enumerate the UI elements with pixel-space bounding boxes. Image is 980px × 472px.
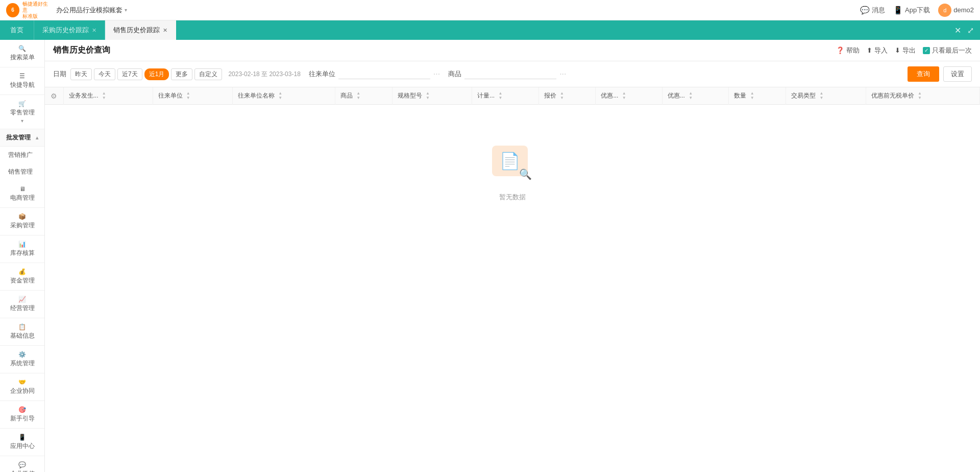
- logo-text: 畅捷通好生意 标准版: [22, 1, 51, 19]
- sort-icon[interactable]: ▲▼: [820, 91, 824, 100]
- partner-dots-btn[interactable]: ···: [433, 69, 440, 79]
- top-bar: 6 畅捷通好生意 标准版 办公用品行业模拟账套 ▾ 💬 消息 📱 App下载 d…: [0, 0, 980, 20]
- import-button[interactable]: ⬆ 导入: [867, 46, 888, 55]
- th-partner-code: 往来单位 ▲▼: [153, 87, 232, 105]
- ecommerce-icon: 🖥: [19, 185, 26, 193]
- tab-home[interactable]: 首页: [0, 20, 34, 40]
- help-button[interactable]: ❓ 帮助: [836, 46, 860, 55]
- operations-icon: 📈: [18, 296, 26, 303]
- sort-icon[interactable]: ▲▼: [426, 91, 430, 100]
- th-quote: 报价 ▲▼: [538, 87, 596, 105]
- date-custom-btn[interactable]: 自定义: [194, 68, 222, 80]
- sidebar-item-finance[interactable]: 💰 资金管理: [0, 263, 44, 291]
- query-button[interactable]: 查询: [908, 66, 939, 82]
- partner-input[interactable]: [338, 69, 430, 79]
- goods-filter-group: 商品 ···: [448, 69, 566, 79]
- wechat-icon: 💬: [18, 461, 26, 468]
- date-today-btn[interactable]: 今天: [94, 68, 115, 80]
- tab-close-sales[interactable]: ✕: [163, 27, 167, 34]
- table-container: ⚙ 业务发生... ▲▼ 往来单位 ▲▼ 往来单位名称: [45, 87, 980, 472]
- date-last1month-btn[interactable]: 近1月: [144, 68, 169, 80]
- empty-illustration: 📄 🔍: [492, 146, 533, 186]
- sort-icon[interactable]: ▲▼: [560, 91, 564, 100]
- sidebar-item-wholesale[interactable]: 批发管理 ▴: [0, 129, 44, 147]
- page-title: 销售历史价查询: [53, 45, 110, 56]
- chevron-down-icon: ▾: [21, 118, 23, 124]
- export-button[interactable]: ⬇ 导出: [895, 46, 916, 55]
- sidebar-item-app-center[interactable]: 📱 应用中心: [0, 429, 44, 456]
- th-partner-name: 往来单位名称 ▲▼: [232, 87, 335, 105]
- search-icon: 🔍: [18, 45, 26, 52]
- tab-close-purchase[interactable]: ✕: [92, 27, 96, 34]
- th-goods: 商品 ▲▼: [335, 87, 392, 105]
- tab-bar-actions: ✕ ⤢: [948, 20, 980, 40]
- sort-icon[interactable]: ▲▼: [622, 91, 626, 100]
- sidebar-item-retail[interactable]: 🛒 零售管理 ▾: [0, 95, 44, 129]
- sidebar-item-sales-mgmt[interactable]: 销售管理: [0, 163, 44, 180]
- date-more-btn[interactable]: 更多: [171, 68, 192, 80]
- sidebar-item-operations[interactable]: 📈 经营管理: [0, 291, 44, 318]
- content-area: 销售历史价查询 ❓ 帮助 ⬆ 导入 ⬇ 导出: [45, 40, 980, 472]
- th-spec: 规格型号 ▲▼: [392, 87, 472, 105]
- maximize-icon[interactable]: ⤢: [967, 26, 974, 35]
- close-all-icon[interactable]: ✕: [954, 26, 961, 35]
- main-layout: 🔍 搜索菜单 ☰ 快捷导航 🛒 零售管理 ▾ 批发管理 ▴ 营销推广 销售管理 …: [0, 40, 980, 472]
- sidebar-item-quick-nav[interactable]: ☰ 快捷导航: [0, 67, 44, 95]
- date-filter-group: 日期 昨天 今天 近7天 近1月 更多 自定义 2023-02-18 至 202…: [53, 68, 301, 80]
- sidebar-item-system[interactable]: ⚙️ 系统管理: [0, 346, 44, 373]
- avatar: d: [938, 4, 951, 17]
- sort-icon[interactable]: ▲▼: [918, 91, 922, 100]
- user-menu-button[interactable]: d demo2: [938, 4, 974, 17]
- newbie-icon: 🎯: [18, 406, 26, 413]
- inventory-icon: 📊: [18, 241, 26, 248]
- date-label: 日期: [53, 69, 66, 79]
- sidebar-item-newbie[interactable]: 🎯 新手引导: [0, 401, 44, 429]
- sidebar-item-inventory[interactable]: 📊 库存核算: [0, 235, 44, 263]
- only-last-checkbox-label[interactable]: ✓ 只看最后一次: [923, 46, 972, 55]
- empty-text: 暂无数据: [499, 193, 526, 202]
- only-last-checkbox[interactable]: ✓: [923, 47, 930, 54]
- page-title-row: 销售历史价查询 ❓ 帮助 ⬆ 导入 ⬇ 导出: [53, 45, 972, 56]
- filter-actions: 查询 设置: [908, 66, 972, 82]
- app-selector[interactable]: 办公用品行业模拟账套 ▾: [56, 6, 855, 15]
- app-download-button[interactable]: 📱 App下载: [893, 6, 930, 15]
- empty-state-row: 📄 🔍 暂无数据: [45, 105, 980, 243]
- sidebar-item-ecommerce[interactable]: 🖥 电商管理: [0, 180, 44, 208]
- sidebar-item-search-menu[interactable]: 🔍 搜索菜单: [0, 40, 44, 67]
- empty-state: 📄 🔍 暂无数据: [45, 105, 980, 243]
- message-button[interactable]: 💬 消息: [860, 6, 885, 15]
- data-table: ⚙ 业务发生... ▲▼ 往来单位 ▲▼ 往来单位名称: [45, 87, 980, 243]
- date-yesterday-btn[interactable]: 昨天: [70, 68, 92, 80]
- sidebar-item-marketing[interactable]: 营销推广: [0, 147, 44, 163]
- sort-icon[interactable]: ▲▼: [356, 91, 360, 100]
- tab-sales-history[interactable]: 销售历史价跟踪 ✕: [105, 20, 176, 40]
- tab-purchase-history[interactable]: 采购历史价跟踪 ✕: [34, 20, 105, 40]
- sort-icon[interactable]: ▲▼: [102, 91, 106, 100]
- magnifier-icon: 🔍: [519, 168, 532, 180]
- sort-icon[interactable]: ▲▼: [499, 91, 503, 100]
- top-bar-right: 💬 消息 📱 App下载 d demo2: [860, 4, 974, 17]
- sort-icon[interactable]: ▲▼: [186, 91, 190, 100]
- sidebar-item-enterprise[interactable]: 🤝 企业协同: [0, 373, 44, 401]
- date-last7days-btn[interactable]: 近7天: [117, 68, 142, 80]
- nav-icon: ☰: [19, 73, 25, 80]
- sort-icon[interactable]: ▲▼: [689, 91, 693, 100]
- retail-icon: 🛒: [18, 100, 26, 107]
- help-icon: ❓: [836, 46, 844, 54]
- page-content: 销售历史价查询 ❓ 帮助 ⬆ 导入 ⬇ 导出: [45, 40, 980, 472]
- table-settings-icon[interactable]: ⚙: [51, 92, 57, 100]
- chevron-down-icon: ▾: [125, 7, 127, 13]
- th-discount1: 优惠... ▲▼: [596, 87, 662, 105]
- goods-input[interactable]: [464, 69, 556, 79]
- sidebar-item-purchase[interactable]: 📦 采购管理: [0, 208, 44, 235]
- sort-icon[interactable]: ▲▼: [750, 91, 754, 100]
- sidebar-item-basic-info[interactable]: 📋 基础信息: [0, 318, 44, 346]
- sort-icon[interactable]: ▲▼: [278, 91, 282, 100]
- finance-icon: 💰: [18, 268, 26, 275]
- goods-dots-btn[interactable]: ···: [559, 69, 566, 79]
- th-trade-type: 交易类型 ▲▼: [786, 87, 866, 105]
- sidebar-item-corp-wechat[interactable]: 💬 企业微信: [0, 456, 44, 472]
- settings-button[interactable]: 设置: [943, 66, 972, 82]
- download-icon: 📱: [893, 6, 903, 15]
- partner-filter-group: 往来单位 ···: [309, 69, 440, 79]
